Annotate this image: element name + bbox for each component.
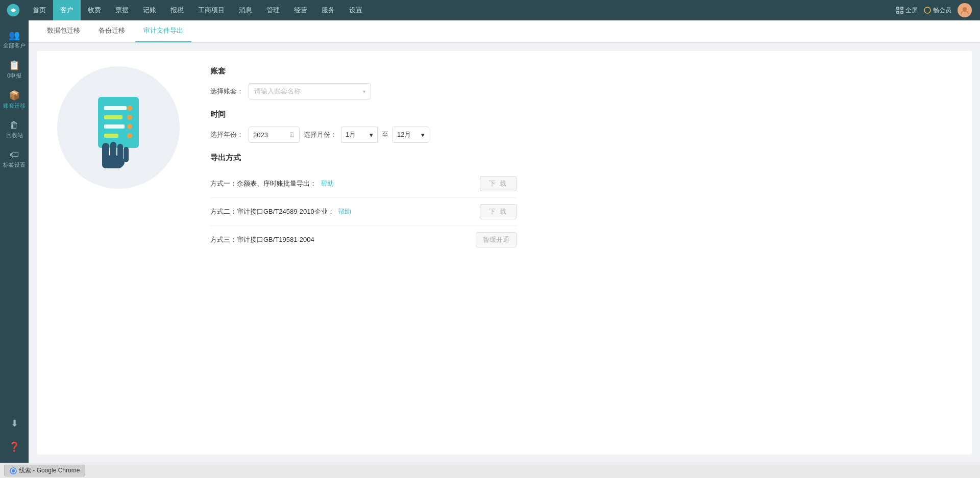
fullscreen-btn[interactable]: 全屏 [896,6,918,15]
export-method-1: 方式一：余额表、序时账批量导出： 帮助 下 载 [210,170,517,198]
nav-invoice[interactable]: 票据 [108,0,136,20]
nav-operation[interactable]: 经营 [287,0,314,20]
sidebar-bottom-download-icon[interactable]: ⬇ [7,414,22,433]
svg-rect-11 [104,134,118,138]
account-select[interactable]: 请输入账套名称 ▾ [249,83,371,99]
tag-icon: 🏷 [10,149,19,160]
sidebar-bottom-help-icon[interactable]: ❓ [5,437,24,457]
svg-point-5 [924,7,930,13]
method-1-label: 方式一：余额表、序时账批量导出： 帮助 [210,179,334,188]
tab-audit-export[interactable]: 审计文件导出 [135,20,191,42]
method-1-text: 方式一：余额表、序时账批量导出： [210,180,316,187]
svg-point-22 [12,469,15,472]
top-navigation: 首页 客户 收费 票据 记账 报税 工商项目 消息 管理 经营 服务 设置 全屏… [0,0,980,20]
nav-client[interactable]: 客户 [53,0,81,20]
svg-rect-19 [117,144,123,163]
export-section-title: 导出方式 [210,153,517,163]
sidebar-item-label: 0申报 [7,72,21,80]
account-placeholder: 请输入账套名称 [254,87,301,96]
nav-items: 首页 客户 收费 票据 记账 报税 工商项目 消息 管理 经营 服务 设置 [26,0,896,20]
svg-point-15 [127,133,132,138]
year-input[interactable]: 2023 🗓 [249,127,300,143]
calendar-icon: 🗓 [289,131,295,138]
sidebar-item-zero-declare[interactable]: 📋 0申报 [0,55,29,85]
tab-bar: 数据包迁移 备份迁移 审计文件导出 [29,20,980,43]
method-1-help-link[interactable]: 帮助 [321,180,334,187]
time-divider: 时间 [210,110,517,119]
svg-point-12 [127,106,132,111]
method-3-open-btn[interactable]: 暂缓开通 [476,232,517,247]
sidebar: 👥 全部客户 📋 0申报 📦 账套迁移 🗑 回收站 🏷 标签设置 ⬇ ❓ [0,20,29,463]
sidebar-item-account-migrate[interactable]: 📦 账套迁移 [0,85,29,115]
year-value: 2023 [253,131,268,139]
method-2-label: 方式二：审计接口GB/T24589-2010企业： 帮助 [210,207,351,216]
end-month-arrow-icon: ▾ [421,131,425,139]
member-label: 畅会员 [933,6,951,15]
taskbar-item-label: 线索 - Google Chrome [19,466,80,475]
month-label: 选择月份： [304,130,337,139]
member-btn[interactable]: 畅会员 [924,6,951,15]
tab-backup-migrate[interactable]: 备份迁移 [90,20,133,42]
month-arrow-icon: ▾ [370,131,373,139]
fullscreen-label: 全屏 [905,6,918,15]
sidebar-item-label: 全部客户 [3,42,26,49]
end-month-select[interactable]: 12月 ▾ [393,127,429,143]
svg-rect-18 [110,142,116,164]
time-controls: 2023 🗓 选择月份： 1月 ▾ 至 12月 ▾ [249,127,429,143]
nav-tax[interactable]: 报税 [163,0,191,20]
svg-rect-8 [104,106,127,110]
time-separator: 至 [382,130,388,139]
all-clients-icon: 👥 [9,30,20,41]
svg-rect-9 [104,115,122,119]
sidebar-item-all-clients[interactable]: 👥 全部客户 [0,24,29,55]
nav-business[interactable]: 工商项目 [191,0,232,20]
svg-point-14 [127,124,132,129]
svg-rect-10 [104,124,125,129]
account-migrate-icon: 📦 [9,90,20,101]
sidebar-bottom: ⬇ ❓ [5,414,24,463]
svg-point-6 [963,7,967,11]
end-month-value: 12月 [397,130,411,139]
svg-point-13 [127,115,132,120]
start-month-value: 1月 [346,130,356,139]
nav-fee[interactable]: 收费 [81,0,108,20]
svg-rect-17 [102,143,109,168]
svg-rect-7 [98,97,139,148]
account-section-title: 账套 [210,66,517,76]
page-content: 账套 选择账套： 请输入账套名称 ▾ 时间 选择年份： [37,51,972,455]
main-layout: 👥 全部客户 📋 0申报 📦 账套迁移 🗑 回收站 🏷 标签设置 ⬇ ❓ 数据包… [0,20,980,463]
method-2-help-link[interactable]: 帮助 [338,208,351,215]
method-3-label: 方式三：审计接口GB/T19581-2004 [210,235,314,244]
start-month-select[interactable]: 1月 ▾ [341,127,378,143]
export-divider: 导出方式 [210,153,517,163]
sidebar-item-label: 回收站 [6,132,23,139]
nav-manage[interactable]: 管理 [259,0,287,20]
taskbar: 线索 - Google Chrome [0,463,980,478]
nav-service[interactable]: 服务 [314,0,342,20]
method-2-download-btn[interactable]: 下 载 [480,204,517,219]
account-row: 选择账套： 请输入账套名称 ▾ [210,83,517,99]
time-section-title: 时间 [210,110,517,119]
content-area: 数据包迁移 备份迁移 审计文件导出 [29,20,980,463]
svg-rect-4 [901,11,903,13]
method-3-text: 方式三：审计接口GB/T19581-2004 [210,236,314,243]
nav-settings[interactable]: 设置 [342,0,370,20]
illustration-area [57,66,180,189]
dropdown-arrow-icon: ▾ [363,89,365,94]
form-area: 账套 选择账套： 请输入账套名称 ▾ 时间 选择年份： [210,66,517,254]
nav-home[interactable]: 首页 [26,0,53,20]
sidebar-item-recycle[interactable]: 🗑 回收站 [0,115,29,144]
sidebar-item-tag-settings[interactable]: 🏷 标签设置 [0,144,29,174]
avatar[interactable] [958,3,972,17]
form-wrapper: 账套 选择账套： 请输入账套名称 ▾ 时间 选择年份： [57,66,951,254]
doc-svg [83,87,154,168]
nav-bookkeeping[interactable]: 记账 [136,0,163,20]
tab-data-migrate[interactable]: 数据包迁移 [39,20,88,42]
sidebar-item-label: 账套迁移 [3,102,26,110]
method-1-download-btn[interactable]: 下 载 [480,176,517,191]
nav-message[interactable]: 消息 [232,0,259,20]
zero-declare-icon: 📋 [9,60,20,71]
svg-rect-2 [901,7,903,9]
top-right-actions: 全屏 畅会员 [896,3,980,17]
taskbar-chrome[interactable]: 线索 - Google Chrome [4,465,85,476]
